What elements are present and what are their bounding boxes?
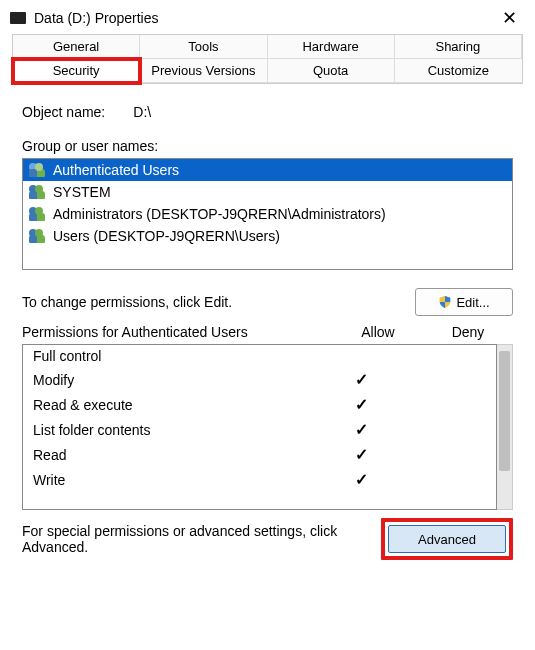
list-item[interactable]: Users (DESKTOP-J9QRERN\Users) [23, 225, 512, 247]
tab-security[interactable]: Security [13, 59, 140, 83]
tab-hardware[interactable]: Hardware [268, 35, 395, 59]
edit-button-label: Edit... [456, 295, 489, 310]
permission-name: Read [33, 447, 316, 463]
window-title: Data (D:) Properties [34, 10, 494, 26]
permission-name: Read & execute [33, 397, 316, 413]
permission-row: List folder contents✓ [23, 417, 496, 442]
permission-row: Read & execute✓ [23, 392, 496, 417]
list-item-label: SYSTEM [53, 184, 111, 200]
title-bar: Data (D:) Properties ✕ [0, 0, 535, 34]
users-icon [29, 229, 47, 243]
permission-name: Full control [33, 348, 316, 364]
group-user-names-label: Group or user names: [22, 138, 513, 154]
tab-general[interactable]: General [13, 35, 140, 59]
advanced-button[interactable]: Advanced [388, 525, 506, 553]
allow-check-icon: ✓ [316, 420, 406, 439]
allow-check-icon: ✓ [316, 470, 406, 489]
list-item-label: Authenticated Users [53, 162, 179, 178]
permissions-scrollbar[interactable] [497, 344, 513, 510]
allow-header: Allow [333, 324, 423, 340]
allow-check-icon: ✓ [316, 395, 406, 414]
permission-row: Read✓ [23, 442, 496, 467]
list-item[interactable]: Administrators (DESKTOP-J9QRERN\Administ… [23, 203, 512, 225]
permission-row: Full control [23, 345, 496, 367]
edit-button[interactable]: Edit... [415, 288, 513, 316]
shield-icon [438, 295, 452, 309]
object-name-value: D:\ [133, 104, 151, 120]
tab-strip: General Tools Hardware Sharing Security … [0, 34, 535, 84]
tab-previous-versions[interactable]: Previous Versions [140, 59, 267, 83]
edit-hint: To change permissions, click Edit. [22, 294, 415, 310]
security-panel: Object name: D:\ Group or user names: Au… [0, 84, 535, 560]
users-icon [29, 163, 47, 177]
permissions-list: Full controlModify✓Read & execute✓List f… [22, 344, 497, 510]
group-user-list[interactable]: Authenticated UsersSYSTEMAdministrators … [22, 158, 513, 270]
permission-name: Modify [33, 372, 316, 388]
close-button[interactable]: ✕ [494, 7, 525, 29]
tab-tools[interactable]: Tools [140, 35, 267, 59]
permission-name: List folder contents [33, 422, 316, 438]
allow-check-icon: ✓ [316, 370, 406, 389]
list-item[interactable]: Authenticated Users [23, 159, 512, 181]
drive-icon [10, 12, 26, 24]
advanced-hint: For special permissions or advanced sett… [22, 523, 373, 555]
advanced-highlight: Advanced [381, 518, 513, 560]
deny-header: Deny [423, 324, 513, 340]
permission-name: Write [33, 472, 316, 488]
tab-quota[interactable]: Quota [268, 59, 395, 83]
tab-sharing[interactable]: Sharing [395, 35, 522, 59]
permission-row: Write✓ [23, 467, 496, 492]
object-name-label: Object name: [22, 104, 105, 120]
list-item[interactable]: SYSTEM [23, 181, 512, 203]
tab-customize[interactable]: Customize [395, 59, 522, 83]
allow-check-icon: ✓ [316, 445, 406, 464]
users-icon [29, 207, 47, 221]
users-icon [29, 185, 47, 199]
list-item-label: Users (DESKTOP-J9QRERN\Users) [53, 228, 280, 244]
list-item-label: Administrators (DESKTOP-J9QRERN\Administ… [53, 206, 386, 222]
permissions-label: Permissions for Authenticated Users [22, 324, 333, 340]
permission-row: Modify✓ [23, 367, 496, 392]
